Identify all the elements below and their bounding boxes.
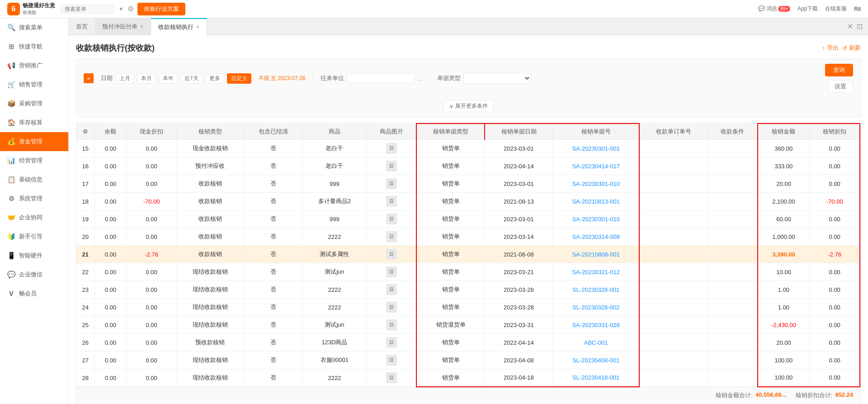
sidebar: 🔍 搜索菜单 ⊞ 快捷导航 📢 营销推广 🛒 销售管理 📦 采购管理 🏠 库存核… [0,18,69,404]
sidebar-label-basic: 基础信息 [19,176,42,184]
main-area: 首页 预付冲应付单 × 收款核销执行 × ✕ ⊡ 收款核销执行(按收款) [69,18,868,404]
cell-verify-bill-no[interactable]: SA-20230301-010 [552,210,639,228]
cell-verify-bill-no[interactable]: SL-20230328-001 [552,281,639,299]
expand-more-btn[interactable]: ∨ 展开更多条件 [443,100,494,112]
user-name[interactable]: Rit [854,6,861,12]
cell-verify-type: 收款核销 [176,210,244,228]
row-number: 16 [76,157,94,175]
date-btn-custom[interactable]: 自定义 [227,73,251,84]
cell-balance: 0.00 [94,246,127,263]
cell-verify-bill-no[interactable]: SA-20230331-026 [552,316,639,334]
cell-verify-bill-no[interactable]: SA-20230321-012 [552,263,639,281]
title-search-input[interactable] [61,5,115,14]
cell-verify-bill-type: 销货单 [416,246,485,263]
sidebar-item-inventory[interactable]: 🏠 库存核算 [0,113,68,132]
cell-collection-terms [708,299,758,316]
cell-balance: 0.00 [94,210,127,228]
cell-balance: 0.00 [94,193,127,210]
col-header-collection-terms: 收款条件 [708,124,758,140]
cell-verify-bill-no[interactable]: SA-20210813-001 [552,193,639,210]
from-unit-input[interactable] [347,73,415,83]
cell-goods-image: 🖼 [366,140,416,157]
sidebar-item-enterprise[interactable]: 🤝 企业协同 [0,208,68,227]
cell-verify-bill-no[interactable]: ABC-001 [552,334,639,352]
setting-btn[interactable]: 设置 [828,80,853,93]
brand-info: 畅捷通好生意 标准版 [23,2,55,16]
cell-goods: 测试多属性 [303,246,367,263]
tab-prepay-close[interactable]: × [140,24,143,30]
tab-home[interactable]: 首页 [69,18,95,35]
cell-verify-bill-no[interactable]: SA-20230314-008 [552,228,639,246]
cell-verify-bill-type: 销货单 [416,299,485,316]
cell-goods-image: 🖼 [366,281,416,299]
message-label: 消息 [766,5,777,12]
export-btn[interactable]: ↑ 导出 [822,44,839,52]
cell-balance: 0.00 [94,316,127,334]
cell-verify-bill-type: 销货单 [416,334,485,352]
sidebar-item-purchase[interactable]: 📦 采购管理 [0,94,68,113]
filter-bar: » 日期 上月 本月 本年 近7天 更多 自定义 不限 至 202 [76,59,861,117]
industry-btn[interactable]: 体验行业方案 [137,3,185,15]
sidebar-item-member[interactable]: V 畅会员 [0,284,68,303]
date-btn-this-year[interactable]: 本年 [159,73,178,84]
query-btn[interactable]: 查询 [825,64,853,76]
sidebar-item-wechat[interactable]: 💬 企业微信 [0,265,68,284]
cell-goods-image: 🖼 [366,316,416,334]
gear-icon[interactable]: ⚙ [127,5,134,13]
tab-collection-close[interactable]: × [196,24,199,30]
cell-verify-bill-no[interactable]: SL-20230418-001 [552,369,639,387]
refresh-btn[interactable]: ↺ 刷新 [842,44,861,52]
cell-cash-discount: 0.00 [127,175,176,193]
col-header-verify-discount: 核销折扣 [810,124,860,140]
date-btn-7days[interactable]: 近7天 [180,73,203,84]
sidebar-item-finance[interactable]: 💰 资金管理 [0,132,68,151]
cell-verify-discount: 0.00 [810,352,860,369]
sidebar-item-basic[interactable]: 📋 基础信息 [0,170,68,189]
page-title: 收款核销执行(按收款) [76,43,155,53]
cell-include-settled: 否 [244,228,303,246]
sidebar-label-marketing: 营销推广 [19,62,42,70]
marketing-icon: 📢 [7,62,15,70]
date-btn-more[interactable]: 更多 [205,73,224,84]
sidebar-item-guide[interactable]: 🔰 新手引导 [0,227,68,246]
cell-goods-image: 🖼 [366,263,416,281]
cell-include-settled: 否 [244,352,303,369]
sidebar-item-system[interactable]: ⚙ 系统管理 [0,189,68,208]
cell-verify-type: 现结收款核销 [176,369,244,387]
cell-verify-bill-no[interactable]: SA-20230301-010 [552,175,639,193]
sidebar-item-marketing[interactable]: 📢 营销推广 [0,56,68,75]
sidebar-item-hardware[interactable]: 📱 智能硬件 [0,246,68,265]
cell-cash-discount: 0.00 [127,263,176,281]
message-area[interactable]: 💬 消息99+ [758,5,790,13]
bill-type-select[interactable] [463,73,531,84]
sidebar-item-shortcut[interactable]: ⊞ 快捷导航 [0,37,68,56]
cell-include-settled: 否 [244,157,303,175]
online-service[interactable]: 在线客服 [825,5,847,13]
cell-cash-discount: 0.00 [127,281,176,299]
cell-goods: 2222 [303,228,367,246]
date-btn-last-month[interactable]: 上月 [115,73,134,84]
cell-verify-bill-no[interactable]: SA-20210808-001 [552,246,639,263]
cell-verify-bill-type: 销货单 [416,281,485,299]
filter-expand-arrow[interactable]: » [84,73,94,83]
cell-collection-order-no [639,369,707,387]
tab-collection[interactable]: 收款核销执行 × [151,18,207,35]
sidebar-item-search[interactable]: 🔍 搜索菜单 [0,18,68,37]
close-window-icon[interactable]: ✕ [847,22,853,31]
expand-window-icon[interactable]: ⊡ [857,22,863,31]
cell-verify-bill-date: 2021-08-13 [485,193,552,210]
date-btn-this-month[interactable]: 本月 [137,73,156,84]
cell-verify-discount: 0.00 [810,228,860,246]
cell-verify-bill-no[interactable]: SL-20230408-001 [552,352,639,369]
app-download[interactable]: App下载 [797,5,818,13]
cell-verify-bill-no[interactable]: SA-20230414-017 [552,157,639,175]
cell-verify-bill-no[interactable]: SA-20230301-001 [552,140,639,157]
cell-goods: 测试jun [303,263,367,281]
col-header-goods-image: 商品图片 [366,124,416,140]
row-number: 25 [76,316,94,334]
sidebar-item-sales[interactable]: 🛒 销售管理 [0,75,68,94]
col-header-settings[interactable]: ⚙ [76,124,94,140]
cell-verify-bill-no[interactable]: SL-20230328-002 [552,299,639,316]
sidebar-item-operation[interactable]: 📊 经营管理 [0,151,68,170]
tab-prepay[interactable]: 预付冲应付单 × [95,18,151,35]
